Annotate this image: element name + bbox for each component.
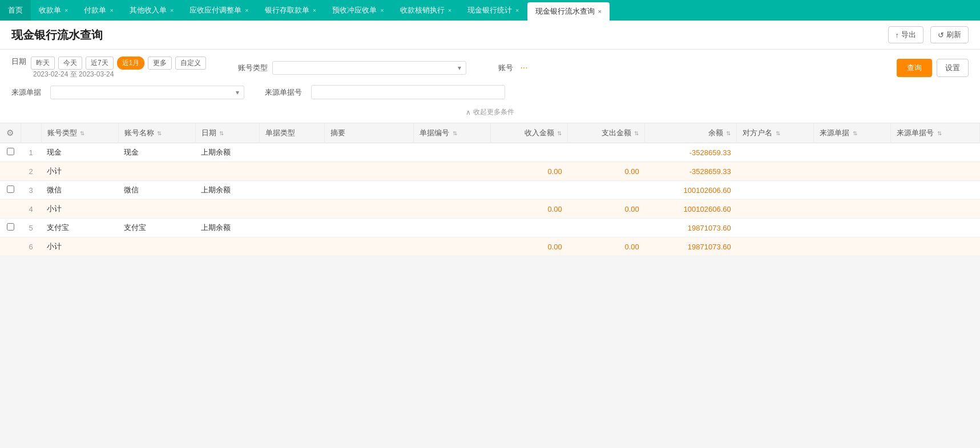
cell-source-doc <box>814 200 891 219</box>
cell-account-type: 微信 <box>41 181 118 200</box>
settings-button[interactable]: 设置 <box>937 59 969 77</box>
cell-source-doc <box>814 143 891 162</box>
cell-account-type: 支付宝 <box>41 219 118 237</box>
collapse-bar[interactable]: ∧ 收起更多条件 <box>11 105 969 118</box>
nav-ar-ap-adjust[interactable]: 应收应付调整单 × <box>182 0 256 21</box>
nav-collection-exec[interactable]: 收款核销执行 × <box>392 0 459 21</box>
nav-bank-deposit[interactable]: 银行存取款单 × <box>257 0 324 21</box>
account-type-select[interactable]: ▾ <box>272 61 466 75</box>
col-header-row-num <box>21 123 41 143</box>
sort-income-icon: ⇅ <box>557 130 562 136</box>
col-label-balance: 余额 <box>708 128 723 137</box>
action-buttons-group: 查询 设置 <box>897 59 969 77</box>
close-cash-bank-stat-icon[interactable]: × <box>515 7 519 14</box>
nav-cash-bank-flow[interactable]: 现金银行流水查询 × <box>527 2 610 21</box>
cell-expense: 0.00 <box>568 200 645 219</box>
nav-receipt[interactable]: 收款单 × <box>31 0 76 21</box>
row-selector[interactable] <box>0 219 21 237</box>
date-btn-today[interactable]: 今天 <box>58 56 82 70</box>
row-selector[interactable] <box>0 162 21 181</box>
col-header-source-doc-no[interactable]: 来源单据号 ⇅ <box>891 123 980 143</box>
close-cash-bank-flow-icon[interactable]: × <box>598 8 602 15</box>
close-payment-icon[interactable]: × <box>110 7 113 14</box>
row-checkbox[interactable] <box>7 185 14 193</box>
cell-counterparty <box>737 162 814 181</box>
date-btn-1month[interactable]: 近1月 <box>117 56 145 70</box>
col-label-account-name: 账号名称 <box>124 128 154 137</box>
cell-summary <box>324 162 413 181</box>
row-selector[interactable] <box>0 200 21 219</box>
date-btn-yesterday[interactable]: 昨天 <box>31 56 55 70</box>
cell-source-doc-no <box>891 219 980 237</box>
cell-balance: 19871073.60 <box>645 219 737 237</box>
table-row: 4小计0.000.00100102606.60 <box>0 200 980 219</box>
source-doc-chevron-icon: ▾ <box>236 88 239 96</box>
col-label-income: 收入金额 <box>525 128 554 137</box>
table-body: 1现金现金上期余额-3528659.332小计0.000.00-3528659.… <box>0 143 980 256</box>
row-selector[interactable] <box>0 143 21 162</box>
date-btn-more[interactable]: 更多 <box>148 56 172 70</box>
col-header-counterparty[interactable]: 对方户名 ⇅ <box>737 123 814 143</box>
gear-column-header[interactable]: ⚙ <box>0 123 21 143</box>
cell-balance: 19871073.60 <box>645 237 737 256</box>
cell-account-type: 现金 <box>41 143 118 162</box>
nav-prepay-offset[interactable]: 预收冲应收单 × <box>324 0 392 21</box>
col-header-source-doc[interactable]: 来源单据 ⇅ <box>814 123 891 143</box>
col-header-doc-no[interactable]: 单据编号 ⇅ <box>413 123 490 143</box>
source-doc-no-input[interactable] <box>311 85 505 99</box>
col-header-account-type[interactable]: 账号类型 ⇅ <box>41 123 118 143</box>
col-label-source-doc-no: 来源单据号 <box>897 128 934 137</box>
data-table: ⚙ 账号类型 ⇅ 账号名称 ⇅ 日期 ⇅ 单据类型 <box>0 123 980 256</box>
row-checkbox[interactable] <box>7 223 14 231</box>
close-bank-deposit-icon[interactable]: × <box>313 7 316 14</box>
close-receipt-icon[interactable]: × <box>64 7 68 14</box>
row-selector[interactable] <box>0 237 21 256</box>
nav-other-income[interactable]: 其他收入单 × <box>122 0 182 21</box>
date-btn-custom[interactable]: 自定义 <box>175 56 206 70</box>
export-button[interactable]: ↑ 导出 <box>888 26 924 43</box>
export-icon: ↑ <box>896 31 900 39</box>
nav-payment[interactable]: 付款单 × <box>76 0 121 21</box>
col-header-expense[interactable]: 支出金额 ⇅ <box>568 123 645 143</box>
cell-counterparty <box>737 181 814 200</box>
cell-account-name: 微信 <box>118 181 195 200</box>
cell-source-doc <box>814 181 891 200</box>
col-header-balance[interactable]: 余额 ⇅ <box>645 123 737 143</box>
row-selector[interactable] <box>0 181 21 200</box>
nav-cash-bank-stat[interactable]: 现金银行统计 × <box>459 0 527 21</box>
col-header-account-name[interactable]: 账号名称 ⇅ <box>118 123 195 143</box>
cell-doc-no <box>413 237 490 256</box>
query-button[interactable]: 查询 <box>897 59 932 77</box>
cell-doc-type <box>260 219 325 237</box>
close-ar-ap-adjust-icon[interactable]: × <box>245 7 248 14</box>
sort-expense-icon: ⇅ <box>634 130 639 136</box>
cell-date: 上期余额 <box>195 181 259 200</box>
row-checkbox[interactable] <box>7 148 14 155</box>
row-number: 3 <box>21 181 41 200</box>
sort-account-type-icon: ⇅ <box>80 130 84 136</box>
date-btn-7days[interactable]: 近7天 <box>86 56 114 70</box>
source-doc-select[interactable]: ▾ <box>50 86 244 99</box>
cell-summary <box>324 219 413 237</box>
date-options-area: 昨天 今天 近7天 近1月 更多 自定义 2023-02-24 至 2023-0… <box>31 56 206 79</box>
account-no-dots-button[interactable]: ··· <box>518 63 530 73</box>
close-prepay-offset-icon[interactable]: × <box>380 7 384 14</box>
cell-source-doc <box>814 162 891 181</box>
cell-summary <box>324 143 413 162</box>
close-collection-exec-icon[interactable]: × <box>448 7 451 14</box>
filter-area: 日期 昨天 今天 近7天 近1月 更多 自定义 2023-02-24 至 202… <box>0 50 980 123</box>
cell-doc-no <box>413 181 490 200</box>
row-number: 4 <box>21 200 41 219</box>
sort-date-icon: ⇅ <box>219 130 224 136</box>
col-header-date[interactable]: 日期 ⇅ <box>195 123 259 143</box>
close-other-income-icon[interactable]: × <box>170 7 174 14</box>
nav-home[interactable]: 首页 <box>0 0 31 21</box>
cell-income <box>491 219 568 237</box>
cell-date <box>195 200 259 219</box>
cell-expense <box>568 181 645 200</box>
sort-account-name-icon: ⇅ <box>157 130 162 136</box>
cell-expense: 0.00 <box>568 162 645 181</box>
col-header-income[interactable]: 收入金额 ⇅ <box>491 123 568 143</box>
cell-income: 0.00 <box>491 162 568 181</box>
refresh-button[interactable]: ↺ 刷新 <box>930 26 969 43</box>
